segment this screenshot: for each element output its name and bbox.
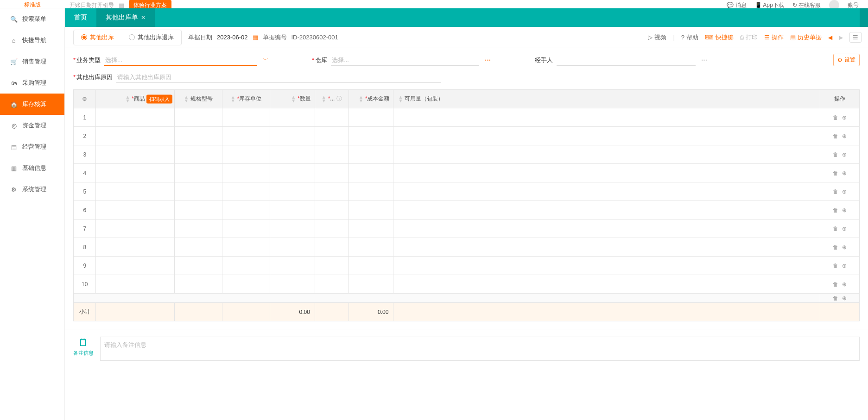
cell-extra[interactable] <box>315 257 348 275</box>
table-row[interactable]: 7🗑⊕ <box>74 219 860 238</box>
delete-icon[interactable]: 🗑 <box>833 114 838 121</box>
cell-unit[interactable] <box>222 219 270 238</box>
delete-icon[interactable]: 🗑 <box>833 188 838 195</box>
cell-spec[interactable] <box>175 201 222 219</box>
cell-qty[interactable] <box>270 182 315 201</box>
cell-qty[interactable] <box>270 127 315 145</box>
scan-button[interactable]: 扫码录入 <box>146 94 172 103</box>
cell-spec[interactable] <box>175 275 222 294</box>
cell-unit[interactable] <box>222 257 270 275</box>
cell-spec[interactable] <box>175 257 222 275</box>
tab-other-outbound[interactable]: 其他出库单 ✕ <box>96 8 155 27</box>
help-link[interactable]: ?帮助 <box>681 33 698 42</box>
col-extra[interactable]: ▲▼*... ⓘ <box>315 90 348 108</box>
cell-extra[interactable] <box>315 127 348 145</box>
add-icon[interactable]: ⊕ <box>842 281 847 288</box>
cell-extra[interactable] <box>315 164 348 182</box>
add-icon[interactable]: ⊕ <box>842 114 847 121</box>
print-link[interactable]: ⎙打印 <box>740 33 758 42</box>
col-unit[interactable]: ▲▼*库存单位 <box>222 90 270 108</box>
cell-extra[interactable] <box>315 201 348 219</box>
delete-icon[interactable]: 🗑 <box>833 226 838 232</box>
delete-icon[interactable]: 🗑 <box>833 133 838 139</box>
cell-extra[interactable] <box>315 219 348 238</box>
cell-product[interactable] <box>96 182 175 201</box>
table-row[interactable]: 8🗑⊕ <box>74 238 860 257</box>
cell-qty[interactable] <box>270 219 315 238</box>
cell-amount[interactable] <box>348 219 393 238</box>
cell-unit[interactable] <box>222 164 270 182</box>
more-icon[interactable]: ⋯ <box>699 56 710 63</box>
delete-icon[interactable]: 🗑 <box>833 151 838 158</box>
add-icon[interactable]: ⊕ <box>842 151 847 158</box>
cell-spec[interactable] <box>175 219 222 238</box>
cell-amount[interactable] <box>348 164 393 182</box>
add-icon[interactable]: ⊕ <box>842 244 847 251</box>
remark-input[interactable] <box>100 337 860 361</box>
cell-spec[interactable] <box>175 145 222 164</box>
col-gear[interactable]: ⚙ <box>74 90 96 108</box>
col-amount[interactable]: ▲▼*成本金额 <box>348 90 393 108</box>
col-qty[interactable]: ▲▼*数量 <box>270 90 315 108</box>
cell-extra[interactable] <box>315 145 348 164</box>
cell-extra[interactable] <box>315 108 348 127</box>
cell-unit[interactable] <box>222 275 270 294</box>
sidebar-item-basic[interactable]: ▥基础信息 <box>0 157 64 179</box>
table-row[interactable]: 6🗑⊕ <box>74 201 860 219</box>
table-row[interactable]: 2🗑⊕ <box>74 127 860 145</box>
add-icon[interactable]: ⊕ <box>842 188 847 195</box>
cell-amount[interactable] <box>348 201 393 219</box>
cell-unit[interactable] <box>222 201 270 219</box>
table-row[interactable]: 1🗑⊕ <box>74 108 860 127</box>
cell-unit[interactable] <box>222 182 270 201</box>
sidebar-item-inventory[interactable]: 🏠库存核算 <box>0 94 64 115</box>
help-icon[interactable]: ⓘ <box>336 95 342 102</box>
more-icon[interactable]: ⋯ <box>483 56 493 63</box>
cell-unit[interactable] <box>222 127 270 145</box>
warehouse-input[interactable] <box>331 55 479 66</box>
message-link[interactable]: 💬 消息 <box>727 1 746 9</box>
add-icon[interactable]: ⊕ <box>842 133 847 139</box>
reason-input[interactable] <box>116 72 441 83</box>
chevron-down-icon[interactable]: ﹀ <box>261 56 270 64</box>
add-icon[interactable]: ⊕ <box>842 295 847 301</box>
cell-product[interactable] <box>96 145 175 164</box>
settings-button[interactable]: ⚙设置 <box>833 54 860 66</box>
history-link[interactable]: ▤历史单据 <box>790 33 822 42</box>
calendar-icon[interactable]: ▦ <box>253 34 258 41</box>
cell-product[interactable] <box>96 164 175 182</box>
cell-amount[interactable] <box>348 182 393 201</box>
sidebar-item-quicknav[interactable]: ⌂快捷导航 <box>0 30 64 51</box>
col-product[interactable]: ▲▼*商品扫码录入 <box>96 90 175 108</box>
cell-spec[interactable] <box>175 127 222 145</box>
cell-spec[interactable] <box>175 108 222 127</box>
cell-product[interactable] <box>96 275 175 294</box>
tab-home[interactable]: 首页 <box>65 8 96 27</box>
table-row[interactable]: 3🗑⊕ <box>74 145 860 164</box>
subtab-outbound[interactable]: 其他出库 <box>74 30 121 45</box>
close-icon[interactable]: ✕ <box>141 14 146 21</box>
delete-icon[interactable]: 🗑 <box>833 263 838 269</box>
cell-unit[interactable] <box>222 145 270 164</box>
service-link[interactable]: ↻ 在线客服 <box>792 1 821 9</box>
table-row[interactable]: 4🗑⊕ <box>74 164 860 182</box>
cell-product[interactable] <box>96 127 175 145</box>
cell-amount[interactable] <box>348 145 393 164</box>
sidebar-item-search[interactable]: 🔍搜索菜单 <box>0 8 64 30</box>
cell-spec[interactable] <box>175 182 222 201</box>
handler-input[interactable] <box>557 55 696 66</box>
delete-icon[interactable]: 🗑 <box>833 244 838 251</box>
cell-extra[interactable] <box>315 238 348 257</box>
ops-link[interactable]: ☰操作 <box>764 33 784 42</box>
table-row[interactable]: 10🗑⊕ <box>74 275 860 294</box>
cell-amount[interactable] <box>348 238 393 257</box>
list-button[interactable]: ☰ <box>849 32 862 43</box>
doc-date-value[interactable]: 2023-06-02 <box>217 34 248 41</box>
cell-qty[interactable] <box>270 201 315 219</box>
cell-qty[interactable] <box>270 238 315 257</box>
history-next-icon[interactable]: ▶ <box>839 34 843 41</box>
cell-spec[interactable] <box>175 238 222 257</box>
cell-qty[interactable] <box>270 257 315 275</box>
add-icon[interactable]: ⊕ <box>842 263 847 269</box>
subtab-return[interactable]: 其他出库退库 <box>121 30 181 45</box>
